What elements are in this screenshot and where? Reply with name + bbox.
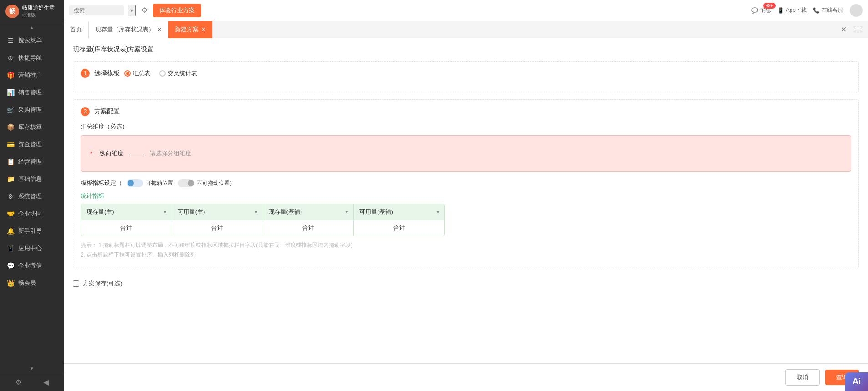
drag-toggle[interactable]: 可拖动位置 bbox=[127, 179, 173, 187]
stats-table: 现存量(主) ▾ 可用量(主) ▾ 现存量(基辅) ▾ 可用量(基辅) bbox=[81, 204, 445, 236]
col4-label: 可用量(基辅) bbox=[359, 208, 393, 216]
online-service-button[interactable]: 📞 在线客服 bbox=[813, 6, 843, 14]
save-checkbox[interactable] bbox=[73, 280, 79, 287]
header-search-input[interactable] bbox=[69, 5, 124, 15]
tab-inventory-close-icon[interactable]: ✕ bbox=[157, 26, 162, 33]
search-icon: ☰ bbox=[6, 36, 15, 45]
service-icon: 📞 bbox=[813, 7, 820, 14]
cancel-button[interactable]: 取消 bbox=[785, 369, 820, 386]
col1-chevron-icon: ▾ bbox=[164, 210, 166, 215]
col-header-3[interactable]: 现存量(基辅) ▾ bbox=[263, 204, 354, 220]
sidebar-settings-button[interactable]: ⚙ bbox=[15, 378, 22, 386]
page-title: 现存量(库存状况表)方案设置 bbox=[73, 46, 859, 54]
quick-nav-icon: ⊕ bbox=[6, 54, 15, 62]
sidebar-item-finance[interactable]: 💳 资金管理 bbox=[0, 136, 64, 153]
sidebar-item-inventory[interactable]: 📦 库存核算 bbox=[0, 118, 64, 136]
section1-header: 1 选择模板 汇总表 交叉统计表 bbox=[81, 69, 851, 78]
indicator-label: 模板指标设定（ 可拖动位置 不可拖动位置） bbox=[81, 179, 851, 187]
dim-field-label: 纵向维度 bbox=[100, 149, 123, 158]
toggle-no-drag-knob bbox=[188, 180, 194, 186]
tab-new-scheme-close-icon[interactable]: ✕ bbox=[201, 26, 206, 33]
top-header: ▾ ⚙ 体验行业方案 💬 消息 99+ 📱 App下载 📞 在线客服 bbox=[64, 0, 868, 21]
dimension-box[interactable]: * 纵向维度 —— 请选择分组维度 bbox=[81, 135, 851, 172]
sidebar-item-purchase[interactable]: 🛒 采购管理 bbox=[0, 101, 64, 118]
tab-inventory-status[interactable]: 现存量（库存状况表） ✕ bbox=[89, 21, 168, 38]
col-header-2[interactable]: 可用量(主) ▾ bbox=[172, 204, 263, 220]
section2-number: 2 bbox=[81, 107, 90, 116]
sidebar-scroll-up[interactable]: ▲ bbox=[0, 23, 64, 32]
sidebar-item-quick-nav[interactable]: ⊕ 快捷导航 bbox=[0, 49, 64, 67]
app-download-button[interactable]: 📱 App下载 bbox=[777, 6, 807, 14]
sidebar-audio-button[interactable]: ◀ bbox=[43, 378, 49, 386]
sales-icon: 📊 bbox=[6, 88, 15, 97]
basic-icon: 📁 bbox=[6, 175, 15, 183]
sidebar-bottom: ⚙ ◀ bbox=[0, 373, 64, 391]
col-cell-3: 合计 bbox=[263, 220, 354, 236]
col-header-1[interactable]: 现存量(主) ▾ bbox=[81, 204, 172, 220]
dim-required: * bbox=[90, 150, 92, 157]
radio-summary-dot bbox=[124, 70, 131, 77]
message-badge: 99+ bbox=[763, 3, 776, 9]
stats-label: 统计指标 bbox=[81, 192, 851, 200]
app-name: 畅康通好生意 bbox=[22, 5, 55, 12]
newuser-icon: 🔔 bbox=[6, 227, 15, 235]
tab-new-scheme[interactable]: 新建方案 ✕ bbox=[168, 21, 213, 38]
marketing-icon: 🎁 bbox=[6, 71, 15, 79]
radio-cross[interactable]: 交叉统计表 bbox=[159, 69, 197, 77]
sidebar-item-operations[interactable]: 📋 经营管理 bbox=[0, 153, 64, 170]
no-drag-label: 不可拖动位置） bbox=[197, 180, 235, 187]
col4-chevron-icon: ▾ bbox=[437, 210, 439, 215]
sidebar-item-newuser[interactable]: 🔔 新手引导 bbox=[0, 222, 64, 240]
inventory-icon: 📦 bbox=[6, 123, 15, 131]
sidebar-item-marketing[interactable]: 🎁 营销推广 bbox=[0, 67, 64, 84]
section2-header: 2 方案配置 bbox=[81, 107, 851, 116]
tab-expand-button[interactable]: ⛶ bbox=[852, 23, 864, 36]
radio-summary[interactable]: 汇总表 bbox=[124, 69, 150, 77]
tab-home[interactable]: 首页 bbox=[64, 21, 89, 38]
app-icon: 📱 bbox=[777, 7, 784, 14]
message-icon: 💬 bbox=[751, 7, 758, 14]
toggle-no-drag-indicator[interactable] bbox=[178, 179, 194, 187]
sidebar-item-wechat[interactable]: 💬 企业微信 bbox=[0, 257, 64, 274]
user-avatar[interactable] bbox=[850, 4, 863, 17]
sidebar-scroll-down[interactable]: ▼ bbox=[0, 364, 64, 373]
header-right: 💬 消息 99+ 📱 App下载 📞 在线客服 bbox=[751, 4, 863, 17]
logo-icon: 畅 bbox=[5, 5, 19, 18]
tab-close-button[interactable]: ✕ bbox=[837, 23, 850, 36]
sidebar-item-system[interactable]: ⚙ 系统管理 bbox=[0, 188, 64, 205]
sidebar-item-label: 企业协同 bbox=[18, 210, 42, 218]
tab-bar: 首页 现存量（库存状况表） ✕ 新建方案 ✕ ✕ ⛶ bbox=[64, 21, 868, 38]
no-drag-toggle[interactable]: 不可拖动位置） bbox=[178, 179, 235, 187]
header-dropdown-button[interactable]: ▾ bbox=[128, 5, 136, 16]
save-label: 方案保存(可选) bbox=[83, 279, 123, 288]
ai-badge[interactable]: Ai bbox=[845, 372, 868, 391]
drag-label: 可拖动位置 bbox=[146, 180, 173, 187]
sidebar-item-label: 库存核算 bbox=[18, 123, 42, 131]
sidebar-item-cooperation[interactable]: 🤝 企业协同 bbox=[0, 205, 64, 222]
sidebar-item-label: 资金管理 bbox=[18, 140, 42, 149]
header-settings-icon[interactable]: ⚙ bbox=[139, 4, 149, 16]
stats-table-header: 现存量(主) ▾ 可用量(主) ▾ 现存量(基辅) ▾ 可用量(基辅) bbox=[81, 204, 444, 220]
sidebar-item-basic[interactable]: 📁 基础信息 bbox=[0, 170, 64, 188]
sidebar-item-label: 畅会员 bbox=[18, 279, 36, 287]
main-area: ▾ ⚙ 体验行业方案 💬 消息 99+ 📱 App下载 📞 在线客服 bbox=[64, 0, 868, 391]
sidebar-item-sales[interactable]: 📊 销售管理 bbox=[0, 84, 64, 101]
finance-icon: 💳 bbox=[6, 140, 15, 149]
sidebar-item-member[interactable]: 👑 畅会员 bbox=[0, 274, 64, 292]
tab-controls: ✕ ⛶ bbox=[837, 23, 868, 36]
dim-dash: —— bbox=[131, 150, 143, 157]
sidebar-item-search[interactable]: ☰ 搜索菜单 bbox=[0, 32, 64, 49]
section1-number: 1 bbox=[81, 69, 90, 78]
sidebar-item-label: 销售管理 bbox=[18, 88, 42, 97]
radio-summary-label: 汇总表 bbox=[133, 69, 150, 77]
col-header-4[interactable]: 可用量(基辅) ▾ bbox=[354, 204, 444, 220]
sidebar-item-appcenter[interactable]: 📱 应用中心 bbox=[0, 240, 64, 257]
message-button[interactable]: 💬 消息 99+ bbox=[751, 6, 771, 14]
industry-button[interactable]: 体验行业方案 bbox=[153, 4, 201, 17]
operations-icon: 📋 bbox=[6, 158, 15, 166]
template-radio-group: 汇总表 交叉统计表 bbox=[124, 69, 197, 77]
app-logo: 畅 畅康通好生意 标准版 bbox=[0, 0, 64, 23]
toggle-drag-indicator[interactable] bbox=[127, 179, 143, 187]
radio-cross-label: 交叉统计表 bbox=[168, 69, 197, 77]
sidebar: 畅 畅康通好生意 标准版 ▲ ☰ 搜索菜单 ⊕ 快捷导航 🎁 营销推广 📊 销售… bbox=[0, 0, 64, 391]
